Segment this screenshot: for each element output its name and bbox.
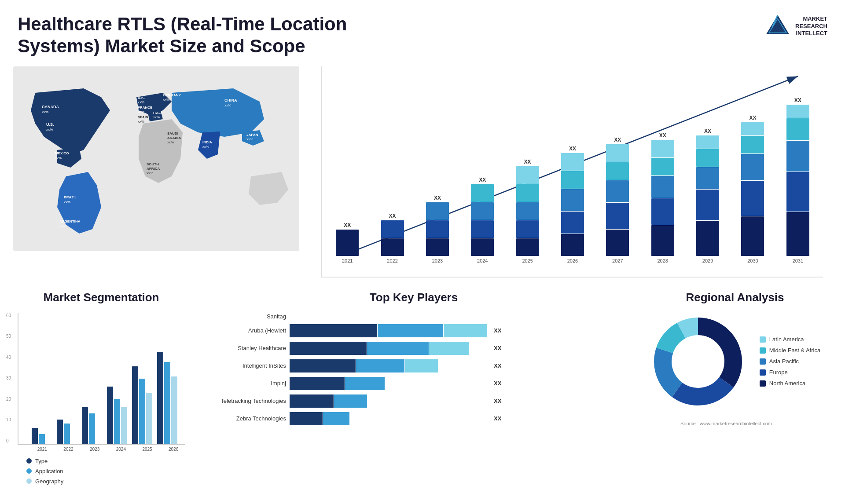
svg-text:xx%: xx% <box>202 145 209 149</box>
legend-geography-label: Geography <box>35 478 63 485</box>
source-text: Source : www.marketresearchintellect.com <box>643 419 827 426</box>
svg-text:ARGENTINA: ARGENTINA <box>59 219 81 223</box>
player-name: Zebra Technologies <box>202 415 286 422</box>
svg-point-43 <box>674 337 722 386</box>
main-chart-inner: XX2021XX2022XX2023XX2024XX2025XX2026XX20… <box>321 66 823 278</box>
main-bar-group: XX2028 <box>642 71 683 263</box>
main-bar-stack <box>651 140 674 256</box>
main-bar-segment <box>786 118 809 140</box>
main-bar-year-label: 2024 <box>477 258 488 263</box>
main-bar-segment <box>516 220 539 238</box>
svg-text:ARABIA: ARABIA <box>167 136 181 140</box>
player-xx-label: XX <box>494 415 501 422</box>
player-bar-seg <box>378 324 443 337</box>
svg-text:CHINA: CHINA <box>224 98 237 102</box>
legend-middle-east-label: Middle East & Africa <box>769 347 820 354</box>
main-bar-stack <box>561 153 584 256</box>
svg-text:FRANCE: FRANCE <box>138 106 153 110</box>
main-bar-xx-label: XX <box>524 159 531 165</box>
player-bar-seg <box>405 359 438 373</box>
legend-europe-label: Europe <box>769 369 788 376</box>
svg-text:U.S.: U.S. <box>46 122 54 127</box>
seg-bar <box>164 362 170 444</box>
seg-x-labels: 202120222023202420252026 <box>18 447 185 452</box>
main-bar-segment <box>741 181 764 216</box>
main-bar-segment <box>606 230 629 256</box>
seg-bar <box>107 387 113 444</box>
main-bar-segment <box>786 212 809 256</box>
main-bar-stack <box>471 184 494 256</box>
legend-type-dot <box>26 458 32 464</box>
svg-text:ITALY: ITALY <box>153 111 163 115</box>
svg-text:JAPAN: JAPAN <box>246 133 258 137</box>
player-bar-container <box>290 359 488 373</box>
main-bar-xx-label: XX <box>614 137 621 143</box>
main-bar-group: XX2027 <box>597 71 638 263</box>
svg-text:xx%: xx% <box>246 137 253 141</box>
seg-bar-group <box>57 318 80 444</box>
seg-bar <box>32 428 38 444</box>
seg-bar-group <box>132 318 155 444</box>
player-bar-seg <box>290 324 377 337</box>
main-bar-segment <box>741 216 764 256</box>
seg-bar <box>57 420 63 444</box>
main-bar-segment <box>561 212 584 234</box>
legend-application-dot <box>26 468 32 474</box>
legend-application-label: Application <box>35 468 63 475</box>
player-bar-seg <box>429 342 469 355</box>
seg-x-label: 2022 <box>57 447 80 452</box>
main-bar-xx-label: XX <box>704 128 711 134</box>
player-bar-seg <box>345 377 385 390</box>
main-bar-segment <box>381 238 404 256</box>
player-name: Sanitag <box>202 313 286 320</box>
main-bar-segment <box>696 221 719 256</box>
svg-text:SPAIN: SPAIN <box>138 115 148 119</box>
seg-bar <box>82 407 88 444</box>
svg-text:SAUDI: SAUDI <box>167 131 178 135</box>
svg-text:xx%: xx% <box>153 115 160 119</box>
seg-bar <box>64 424 70 444</box>
player-bar-container <box>290 412 488 425</box>
player-bar-seg <box>367 342 429 355</box>
svg-text:xx%: xx% <box>224 103 231 107</box>
legend-type: Type <box>26 458 185 464</box>
seg-x-label: 2026 <box>162 447 185 452</box>
main-bar-stack <box>381 220 404 256</box>
main-bar-segment <box>786 141 809 172</box>
player-bar-seg <box>356 359 404 373</box>
seg-bar <box>39 434 45 444</box>
pie-legend: Latin America Middle East & Africa Asia … <box>760 336 820 387</box>
main-bar-segment <box>426 238 449 256</box>
seg-x-label: 2023 <box>83 447 106 452</box>
main-bar-year-label: 2027 <box>612 258 623 263</box>
legend-latin-america: Latin America <box>760 336 820 343</box>
player-bar-container <box>290 342 488 355</box>
svg-text:INDIA: INDIA <box>202 140 212 144</box>
legend-north-america: North America <box>760 380 820 387</box>
main-content: CANADA xx% U.S. xx% MEXICO xx% BRAZIL xx… <box>0 62 845 282</box>
main-bar-segment <box>561 189 584 211</box>
legend-asia-pacific: Asia Pacific <box>760 358 820 365</box>
seg-bar-group <box>107 318 130 444</box>
main-bar-year-label: 2030 <box>747 258 758 263</box>
player-bar-container <box>290 394 488 408</box>
seg-bar <box>89 413 95 444</box>
seg-bar-group <box>32 318 55 444</box>
main-bar-group: XX2022 <box>371 71 413 263</box>
main-bar-segment <box>516 184 539 202</box>
pie-container: Latin America Middle East & Africa Asia … <box>643 313 827 410</box>
main-bar-year-label: 2025 <box>522 258 533 263</box>
main-bar-stack <box>696 135 719 256</box>
legend-type-label: Type <box>35 458 48 464</box>
svg-text:U.K.: U.K. <box>138 96 145 100</box>
player-bar-container <box>290 377 488 390</box>
main-bar-segment <box>696 135 719 149</box>
legend-asia-pacific-label: Asia Pacific <box>769 358 799 365</box>
header: Healthcare RTLS (Real-Time Location Syst… <box>0 0 845 62</box>
seg-bar <box>139 379 145 444</box>
main-bar-year-label: 2021 <box>342 258 353 263</box>
player-xx-label: XX <box>494 327 501 334</box>
main-bar-segment <box>696 167 719 189</box>
main-bar-segment <box>696 190 719 220</box>
main-bar-group: XX2026 <box>552 71 593 263</box>
